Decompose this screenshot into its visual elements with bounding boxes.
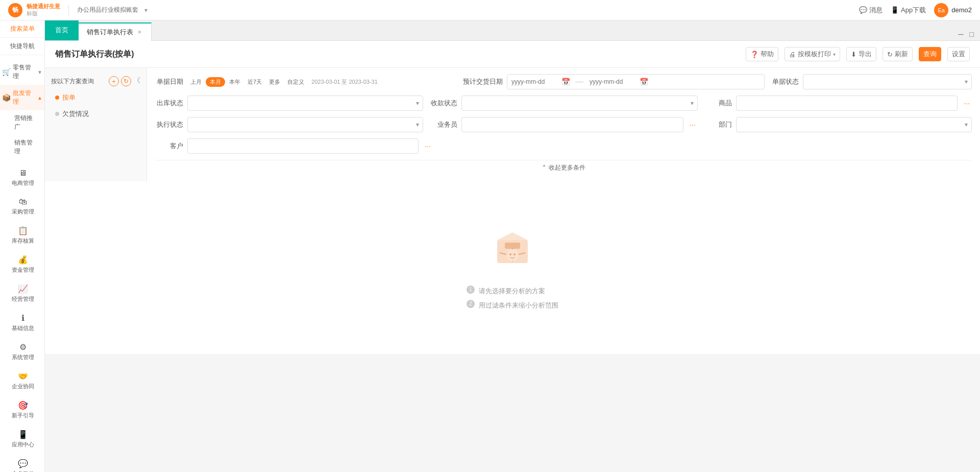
export-icon: ⬇ xyxy=(851,51,856,58)
goods-ellipsis-icon[interactable]: ··· xyxy=(962,99,972,107)
status-label: 单据状态 xyxy=(771,77,799,86)
svg-rect-3 xyxy=(505,243,520,249)
export-button[interactable]: ⬇ 导出 xyxy=(846,47,876,61)
scheme-item-shortage[interactable]: 欠货情况 xyxy=(45,106,146,122)
scheme-title: 按以下方案查询 xyxy=(51,77,94,86)
exec-status-select-wrap: ▾ xyxy=(187,117,423,132)
search-menu[interactable]: 搜索菜单 xyxy=(0,20,44,38)
nav-dropdown-icon[interactable]: ▾ xyxy=(144,7,148,14)
predict-date-end-cal-icon[interactable]: 📅 xyxy=(636,78,651,86)
user-menu[interactable]: Ea demo2 xyxy=(934,3,972,17)
operations-label: 经营管理 xyxy=(12,295,34,303)
sidebar-item-guide[interactable]: 🎯 新手引导 xyxy=(0,395,44,424)
export-label: 导出 xyxy=(859,50,872,59)
customer-input[interactable] xyxy=(187,138,419,154)
date-label: 单据日期 xyxy=(155,77,183,86)
sidebar-item-operations[interactable]: 📈 经营管理 xyxy=(0,279,44,308)
empty-icon xyxy=(487,222,538,273)
tab-minimize-icon[interactable]: ─ xyxy=(957,28,966,40)
tab-close-icon[interactable]: × xyxy=(136,28,143,36)
sidebar-item-marketing[interactable]: 营销推广 xyxy=(0,110,44,135)
predict-date-start-cal-icon[interactable]: 📅 xyxy=(558,78,573,86)
scheme-item-by-order[interactable]: 按单 xyxy=(45,89,146,106)
pay-status-select[interactable] xyxy=(461,96,697,111)
sidebar-item-ecommerce[interactable]: 🖥 电商管理 xyxy=(0,163,44,192)
wholesale-icon: 📦 xyxy=(2,93,11,102)
goods-input[interactable] xyxy=(736,96,958,111)
app-subtitle: 标版 xyxy=(27,10,60,17)
customer-ellipsis-icon[interactable]: ··· xyxy=(423,142,433,150)
sidebar-item-retail[interactable]: 🛒 零售管理 ▼ xyxy=(0,59,44,85)
date-filter-wrap: 上月 本月 本年 近7天 更多 自定义 2023-03-01 至 2023-03… xyxy=(187,77,457,87)
app-center-label: 应用中心 xyxy=(12,441,34,449)
scheme-add-button[interactable]: + xyxy=(109,76,119,86)
sidebar-item-basics[interactable]: ℹ 基础信息 xyxy=(0,308,44,337)
print-button[interactable]: 🖨 按模板打印 ▾ xyxy=(785,47,840,61)
page-header: 销售订单执行表(按单) ❓ 帮助 🖨 按模板打印 ▾ ⬇ 导出 xyxy=(45,41,980,68)
avatar: Ea xyxy=(934,3,948,17)
salesman-field: 业务员 ··· xyxy=(429,117,697,132)
salesman-ellipsis-icon[interactable]: ··· xyxy=(688,121,698,129)
scheme-collapse-icon[interactable]: 《 xyxy=(133,76,140,86)
retail-label: 零售管理 xyxy=(13,63,35,81)
refresh-button[interactable]: ↻ 刷新 xyxy=(883,47,913,61)
exec-status-select[interactable] xyxy=(187,117,423,132)
tab-maximize-icon[interactable]: □ xyxy=(968,28,976,40)
sidebar-item-system[interactable]: ⚙ 系统管理 xyxy=(0,337,44,366)
tab-bar: 首页 销售订单执行表 × ─ □ xyxy=(45,20,980,41)
sidebar-item-inventory[interactable]: 📋 库存核算 xyxy=(0,221,44,250)
sidebar-item-sales[interactable]: 销售管理 xyxy=(0,135,44,159)
status-select[interactable] xyxy=(803,74,972,89)
filter-form: 单据日期 上月 本月 本年 近7天 更多 自定义 20 xyxy=(147,68,980,181)
quick-nav[interactable]: 快捷导航 xyxy=(0,38,44,55)
scheme-actions: + ↻ 《 xyxy=(109,76,140,86)
query-button[interactable]: 查询 xyxy=(919,47,941,61)
predict-date-start-input[interactable] xyxy=(507,75,558,89)
purchase-icon: 🛍 xyxy=(19,197,27,206)
empty-tip-1: 1 请先选择要分析的方案 xyxy=(467,285,558,298)
sidebar-item-purchase[interactable]: 🛍 采购管理 xyxy=(0,192,44,221)
help-button[interactable]: ❓ 帮助 xyxy=(746,47,778,61)
predict-date-label: 预计交货日期 xyxy=(463,77,503,86)
filter-row-4: 客户 ··· xyxy=(155,138,972,154)
pay-status-select-wrap: ▾ xyxy=(461,96,697,111)
settings-label: 设置 xyxy=(952,50,965,59)
filter-row-3: 执行状态 ▾ 业务员 ··· xyxy=(155,117,972,132)
app-download-action[interactable]: 📱 App下载 xyxy=(891,6,926,15)
scheme-refresh-button[interactable]: ↻ xyxy=(121,76,131,86)
collapse-row[interactable]: ⌃ 收起更多条件 xyxy=(155,160,972,175)
dept-field: 部门 ▾ xyxy=(704,117,972,132)
sidebar-item-finance[interactable]: 💰 资金管理 xyxy=(0,250,44,279)
date-tab-more[interactable]: 更多 xyxy=(266,77,283,87)
predict-date-field: 预计交货日期 📅 — 📅 xyxy=(463,74,765,89)
predict-date-input-wrap: 📅 — 📅 xyxy=(507,74,765,89)
tab-active[interactable]: 销售订单执行表 × xyxy=(79,22,152,41)
date-tab-last-month[interactable]: 上月 xyxy=(187,77,205,87)
refresh-label: 刷新 xyxy=(895,50,908,59)
app-name: 畅捷通好生意 xyxy=(27,3,60,10)
date-tab-this-month[interactable]: 本月 xyxy=(206,77,225,87)
customer-label: 客户 xyxy=(155,141,183,151)
sidebar-item-wholesale[interactable]: 📦 批发管理 ▲ xyxy=(0,85,44,110)
salesman-input[interactable] xyxy=(461,117,683,132)
settings-button[interactable]: 设置 xyxy=(947,47,970,61)
predict-date-end-input[interactable] xyxy=(585,75,636,89)
tab-home[interactable]: 首页 xyxy=(45,20,79,40)
page-title: 销售订单执行表(按单) xyxy=(55,49,134,60)
tab-active-label: 销售订单执行表 xyxy=(87,28,133,37)
dept-select-wrap: ▾ xyxy=(736,117,972,132)
date-tab-custom[interactable]: 自定义 xyxy=(284,77,307,87)
dept-select[interactable] xyxy=(736,117,972,132)
operations-icon: 📈 xyxy=(18,284,28,294)
shortage-icon xyxy=(55,112,59,116)
pay-status-label: 收款状态 xyxy=(429,99,457,108)
out-status-select[interactable] xyxy=(187,96,423,111)
sidebar-item-wechat[interactable]: 💬 企业微信 xyxy=(0,454,44,472)
date-tab-7days[interactable]: 近7天 xyxy=(244,77,265,87)
message-action[interactable]: 💬 消息 xyxy=(859,6,883,15)
sidebar-item-collab[interactable]: 🤝 企业协同 xyxy=(0,366,44,395)
sidebar-item-app-center[interactable]: 📱 应用中心 xyxy=(0,424,44,454)
topbar-left: 畅 畅捷通好生意 标版 办公用品行业模拟账套 ▾ xyxy=(8,3,148,17)
status-select-wrap: ▾ xyxy=(803,74,972,89)
date-tab-this-year[interactable]: 本年 xyxy=(226,77,243,87)
